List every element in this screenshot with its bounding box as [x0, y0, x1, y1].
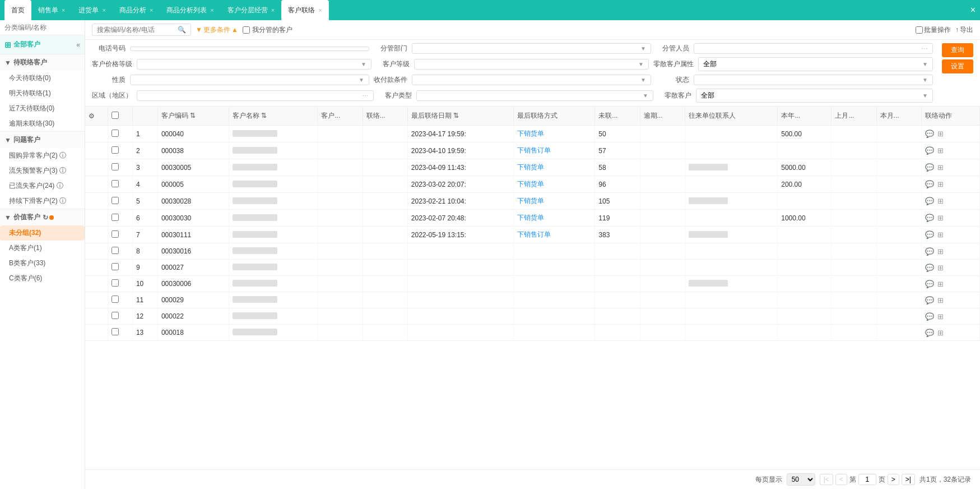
- sidebar-item-today[interactable]: 今天待联络(0): [0, 71, 85, 86]
- customer-grade-select[interactable]: ▼: [414, 59, 649, 70]
- manager-select[interactable]: ···: [694, 43, 933, 54]
- row-checkbox[interactable]: [108, 308, 132, 325]
- last-month-col[interactable]: 上月...: [832, 107, 876, 126]
- row-last-method[interactable]: [514, 243, 595, 260]
- row-checkbox[interactable]: [108, 227, 132, 243]
- row-checkbox[interactable]: [108, 292, 132, 308]
- more-filters-btn[interactable]: ▼ 更多条件 ▲: [196, 25, 238, 35]
- this-month-col[interactable]: 本月...: [876, 107, 921, 126]
- sidebar-section-value[interactable]: ▼ 价值客户 ↻: [0, 209, 85, 225]
- grid-action-icon[interactable]: ⊞: [937, 230, 944, 239]
- contacts-col[interactable]: 往来单位联系人: [685, 107, 777, 126]
- row-select-checkbox[interactable]: [112, 163, 119, 170]
- sidebar-section-problem[interactable]: ▼ 问题客户: [0, 131, 85, 148]
- close-customer-contact-tab[interactable]: ×: [318, 7, 322, 13]
- row-last-method[interactable]: 下销售订单: [514, 227, 595, 243]
- grid-action-icon[interactable]: ⊞: [937, 163, 944, 172]
- close-product-list-tab[interactable]: ×: [210, 7, 213, 13]
- row-select-checkbox[interactable]: [112, 279, 119, 287]
- tab-customer-segment[interactable]: 客户分层经营 ×: [221, 0, 281, 20]
- grid-action-icon[interactable]: ⊞: [937, 312, 944, 321]
- dept-select[interactable]: ▼: [412, 43, 651, 54]
- tab-customer-contact[interactable]: 客户联络 ×: [281, 0, 328, 20]
- grid-action-icon[interactable]: ⊞: [937, 296, 944, 305]
- row-select-checkbox[interactable]: [112, 247, 119, 254]
- row-select-checkbox[interactable]: [112, 263, 119, 270]
- row-checkbox[interactable]: [108, 142, 132, 159]
- page-number-input[interactable]: [858, 474, 876, 485]
- row-checkbox[interactable]: [108, 276, 132, 292]
- my-customers-checkbox[interactable]: [243, 26, 250, 34]
- sidebar-item-tomorrow[interactable]: 明天待联络(1): [0, 86, 85, 101]
- region-select[interactable]: ···: [137, 90, 374, 101]
- chat-icon[interactable]: 💬: [925, 180, 934, 188]
- row-checkbox[interactable]: [108, 176, 132, 193]
- close-product-analysis-tab[interactable]: ×: [150, 7, 153, 13]
- close-sales-tab[interactable]: ×: [62, 7, 65, 13]
- row-checkbox[interactable]: [108, 159, 132, 176]
- tab-product-analysis[interactable]: 商品分析 ×: [113, 0, 160, 20]
- sidebar-item-class-c[interactable]: C类客户(6): [0, 271, 85, 286]
- grid-action-icon[interactable]: ⊞: [937, 197, 944, 205]
- select-all-checkbox[interactable]: [112, 112, 119, 119]
- nature-select[interactable]: ▼: [130, 75, 369, 85]
- code-col[interactable]: 客户编码 ⇅: [157, 107, 229, 126]
- type-col[interactable]: 客户...: [318, 107, 363, 126]
- sidebar-item-overdue[interactable]: 逾期未联络(30): [0, 116, 85, 131]
- filter-search-input[interactable]: [97, 26, 175, 34]
- this-year-col[interactable]: 本年...: [778, 107, 832, 126]
- scattered-select[interactable]: 全部▼: [696, 89, 933, 103]
- export-btn[interactable]: ↑ 导出: [955, 25, 973, 35]
- prev-page-btn[interactable]: <: [835, 474, 847, 485]
- row-select-checkbox[interactable]: [112, 312, 119, 319]
- chat-icon[interactable]: 💬: [925, 264, 934, 272]
- row-last-method[interactable]: [514, 276, 595, 292]
- my-customers-toggle[interactable]: 我分管的客户: [243, 25, 292, 35]
- customer-type-select[interactable]: ▼: [416, 90, 653, 101]
- chat-icon[interactable]: 💬: [925, 280, 934, 288]
- price-grade-select[interactable]: ▼: [137, 59, 371, 70]
- sidebar-item-ungroup[interactable]: 未分组(32): [0, 225, 85, 241]
- sidebar-item-warning[interactable]: 流失预警客户(3) ⓘ: [0, 163, 85, 178]
- page-size-select[interactable]: 50 100: [787, 473, 815, 486]
- chat-icon[interactable]: 💬: [925, 312, 934, 321]
- chat-icon[interactable]: 💬: [925, 214, 934, 222]
- checkbox-col[interactable]: [108, 107, 132, 126]
- chat-icon[interactable]: 💬: [925, 247, 934, 256]
- row-select-checkbox[interactable]: [112, 180, 119, 187]
- row-checkbox[interactable]: [108, 243, 132, 260]
- grid-action-icon[interactable]: ⊞: [937, 146, 944, 155]
- row-last-method[interactable]: 下销货单: [514, 210, 595, 227]
- settings-col[interactable]: ⚙: [85, 107, 108, 126]
- payment-select[interactable]: ▼: [412, 75, 651, 85]
- row-last-method[interactable]: 下销货单: [514, 159, 595, 176]
- row-select-checkbox[interactable]: [112, 230, 119, 238]
- next-page-btn[interactable]: >: [888, 474, 899, 485]
- row-checkbox[interactable]: [108, 325, 132, 341]
- row-last-method[interactable]: [514, 292, 595, 308]
- chat-icon[interactable]: 💬: [925, 329, 934, 337]
- sidebar-item-class-b[interactable]: B类客户(33): [0, 256, 85, 271]
- row-last-method[interactable]: 下销货单: [514, 176, 595, 193]
- row-last-method[interactable]: [514, 325, 595, 341]
- tab-product-list[interactable]: 商品分析列表 ×: [160, 0, 220, 20]
- chat-icon[interactable]: 💬: [925, 197, 934, 205]
- batch-op-btn[interactable]: 批量操作: [916, 25, 951, 35]
- grid-action-icon[interactable]: ⊞: [937, 280, 944, 288]
- grid-action-icon[interactable]: ⊞: [937, 329, 944, 337]
- tab-home[interactable]: 首页: [4, 0, 31, 20]
- sidebar-item-7days[interactable]: 近7天待联络(0): [0, 101, 85, 116]
- row-last-method[interactable]: [514, 260, 595, 276]
- row-select-checkbox[interactable]: [112, 197, 119, 204]
- row-last-method[interactable]: 下销货单: [514, 193, 595, 210]
- sidebar-item-class-a[interactable]: A类客户(1): [0, 241, 85, 256]
- filter-search-icon[interactable]: 🔍: [178, 26, 186, 34]
- row-checkbox[interactable]: [108, 210, 132, 227]
- overdue-col[interactable]: 逾期...: [640, 107, 685, 126]
- row-select-checkbox[interactable]: [112, 130, 119, 137]
- close-window-icon[interactable]: ×: [970, 5, 976, 15]
- contact-col[interactable]: 联络...: [363, 107, 407, 126]
- close-purchase-tab[interactable]: ×: [102, 7, 105, 13]
- sidebar-all-customers[interactable]: ⊞ 全部客户 «: [0, 35, 85, 54]
- grid-action-icon[interactable]: ⊞: [937, 130, 944, 138]
